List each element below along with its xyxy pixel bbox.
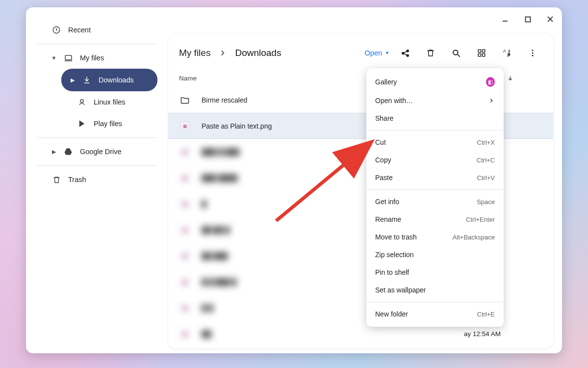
ctx-openwith[interactable]: Open with… [366, 92, 504, 109]
svg-rect-20 [478, 54, 481, 56]
divider [366, 302, 504, 302]
sidebar-label: Google Drive [80, 148, 122, 156]
context-menu: Gallery ◧ Open with… Share Cut Ctrl+X Co… [366, 68, 504, 327]
ctx-label: Gallery [375, 78, 486, 86]
svg-line-14 [404, 51, 407, 53]
ctx-pin[interactable]: Pin to shelf [366, 263, 504, 281]
caret-down-icon: ▼ [51, 55, 56, 61]
minimize-button[interactable] [498, 12, 512, 26]
chevron-right-icon [486, 97, 495, 104]
ctx-wallpaper[interactable]: Set as wallpaper [366, 281, 504, 299]
sidebar-item-gdrive[interactable]: ▶ Google Drive [47, 141, 157, 162]
ctx-shortcut: Ctrl+E [477, 311, 495, 318]
window-controls [498, 12, 557, 26]
search-button[interactable] [446, 43, 466, 63]
ctx-zip[interactable]: Zip selection [366, 246, 504, 263]
sidebar-label: Recent [68, 26, 91, 34]
delete-button[interactable] [421, 43, 440, 63]
ctx-label: Set as wallpaper [375, 286, 495, 294]
ctx-shortcut: Ctrl+X [477, 139, 495, 146]
svg-marker-10 [65, 148, 72, 155]
ctx-shortcut: Alt+Backspace [453, 234, 495, 241]
clock-icon [51, 25, 61, 35]
ctx-shortcut: Ctrl+V [477, 174, 495, 182]
sidebar-label: Trash [68, 176, 86, 184]
download-icon [82, 75, 92, 85]
ctx-share[interactable]: Share [366, 109, 504, 127]
image-icon: ▦ [179, 224, 191, 236]
ctx-label: New folder [375, 310, 477, 318]
ctx-paste[interactable]: Paste Ctrl+V [366, 169, 504, 186]
open-button[interactable]: Open ▼ [365, 49, 389, 57]
ctx-cut[interactable]: Cut Ctrl+X [366, 133, 504, 151]
file-date: ay 12:54 AM [464, 330, 542, 338]
toolbar: My files Downloads Open ▼ A [168, 34, 553, 70]
ctx-label: Move to trash [375, 233, 453, 241]
sidebar-item-downloads[interactable]: ▶ Downloads [61, 69, 157, 91]
ctx-label: Get info [375, 198, 477, 206]
svg-line-17 [457, 54, 460, 56]
svg-rect-5 [65, 55, 72, 59]
divider [37, 165, 157, 166]
more-options-button[interactable] [523, 43, 542, 63]
gallery-badge-icon: ◧ [486, 77, 495, 87]
divider [37, 44, 157, 44]
svg-point-26 [532, 53, 534, 54]
arrow-down-icon [507, 75, 513, 81]
folder-icon [179, 94, 191, 106]
maximize-button[interactable] [521, 12, 535, 26]
sidebar-label: Play files [94, 120, 122, 128]
svg-rect-19 [483, 50, 485, 52]
breadcrumb-current[interactable]: Downloads [235, 48, 281, 58]
caret-right-icon: ▶ [70, 77, 75, 83]
trash-icon [51, 175, 61, 184]
divider [366, 130, 504, 131]
grid-view-button[interactable] [472, 43, 491, 63]
svg-rect-1 [525, 17, 530, 22]
ctx-rename[interactable]: Rename Ctrl+Enter [366, 210, 504, 228]
open-label: Open [365, 49, 382, 57]
ctx-label: Paste [375, 174, 477, 182]
svg-text:A: A [503, 49, 507, 53]
sidebar: Recent ▼ My files ▶ Downloads Linux file… [26, 7, 168, 353]
sidebar-item-recent[interactable]: Recent [37, 19, 157, 41]
svg-line-15 [404, 53, 407, 55]
svg-point-8 [80, 100, 83, 103]
image-icon: ▦ [179, 146, 191, 158]
svg-point-25 [532, 50, 534, 51]
laptop-icon [63, 53, 73, 63]
close-button[interactable] [543, 12, 557, 26]
ctx-label: Zip selection [375, 251, 495, 259]
ctx-trash[interactable]: Move to trash Alt+Backspace [366, 228, 504, 246]
image-icon: ▦ [179, 120, 191, 132]
sidebar-label: Downloads [99, 76, 134, 84]
ctx-label: Rename [375, 215, 466, 223]
svg-rect-21 [483, 54, 485, 56]
sidebar-item-trash[interactable]: Trash [37, 169, 157, 190]
drive-icon [63, 147, 73, 157]
sidebar-item-myfiles[interactable]: ▼ My files [47, 47, 157, 69]
sidebar-item-play[interactable]: Play files [61, 113, 157, 134]
ctx-newfolder[interactable]: New folder Ctrl+E [366, 305, 504, 323]
ctx-gallery[interactable]: Gallery ◧ [366, 72, 504, 92]
ctx-label: Pin to shelf [375, 268, 495, 276]
ctx-getinfo[interactable]: Get info Space [366, 193, 504, 210]
image-icon: ▦ [179, 198, 191, 210]
ctx-copy[interactable]: Copy Ctrl+C [366, 151, 504, 169]
sidebar-item-linux[interactable]: Linux files [61, 91, 157, 113]
sort-button[interactable]: AZ [497, 43, 517, 63]
ctx-shortcut: Ctrl+C [477, 157, 495, 164]
ctx-label: Cut [375, 138, 477, 146]
caret-down-icon: ▼ [385, 51, 389, 55]
play-icon [77, 119, 87, 129]
image-icon: ▦ [179, 172, 191, 184]
ctx-shortcut: Space [477, 198, 495, 206]
file-name: ██ [202, 330, 464, 338]
divider [366, 189, 504, 190]
share-button[interactable] [395, 43, 415, 63]
breadcrumb-root[interactable]: My files [179, 48, 210, 58]
sidebar-label: My files [80, 54, 104, 62]
ctx-label: Share [375, 114, 495, 122]
files-window: Recent ▼ My files ▶ Downloads Linux file… [26, 7, 562, 353]
ctx-shortcut: Ctrl+Enter [466, 216, 495, 223]
